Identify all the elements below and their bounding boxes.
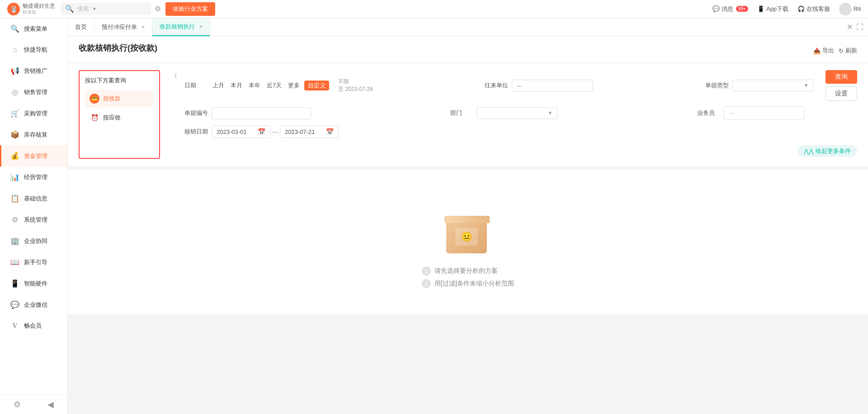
shortcut-this-month[interactable]: 本月	[229, 81, 244, 90]
tabs-right-controls: ✕ ⛶	[847, 23, 868, 31]
tab-receipt-offset[interactable]: 收款核销执行 ×	[152, 18, 210, 36]
sidebar-item-wechat[interactable]: 💬 企业微信	[0, 294, 67, 315]
counterpart-select[interactable]: ···	[512, 80, 593, 92]
verify-date-end-value: 2023-07-21	[285, 128, 315, 135]
page-title: 收款核销执行(按收款)	[79, 43, 157, 53]
refresh-button[interactable]: ↻ 刷新	[839, 47, 857, 55]
smart-hw-icon: 📱	[10, 279, 19, 288]
topbar-search[interactable]: 🔍 搜索 ▼	[61, 3, 151, 15]
receivable-filter-icon: ⏰	[90, 113, 99, 123]
operation-icon: 📊	[10, 173, 19, 181]
logo-text: 畅捷通好生意	[23, 3, 55, 9]
purchase-icon: 🛒	[10, 109, 19, 118]
expand-icon[interactable]: ⛶	[856, 23, 863, 31]
sidebar-item-marketing[interactable]: 📢 营销推广	[0, 60, 67, 81]
user-area[interactable]: Rit	[839, 3, 861, 15]
dept-arrow: ▼	[547, 110, 553, 116]
dept-select[interactable]: ▼	[476, 107, 558, 119]
empty-hint-1: 1 请先选择要分析的方案	[422, 266, 514, 276]
sidebar-item-finance[interactable]: 💰 资金管理	[0, 145, 67, 167]
counterpart-label: 往来单位	[485, 81, 508, 90]
receipt-filter-icon: 💳	[90, 94, 99, 104]
collapse-button[interactable]: 《	[171, 70, 177, 159]
doc-type-field: 单据类型 ▼	[705, 80, 814, 91]
home-tab-label: 首页	[75, 23, 87, 31]
settings-button[interactable]: 设置	[826, 86, 857, 101]
message-badge: 99+	[736, 6, 748, 12]
verify-date-start-input[interactable]: 2023-03-01 📅	[212, 125, 270, 138]
employee-select[interactable]: ···	[723, 106, 805, 120]
hint-text-1: 请先选择要分析的方案	[434, 267, 498, 275]
receipt-filter-label: 按收款	[103, 95, 121, 103]
sidebar-item-sales[interactable]: ◎ 销售管理	[0, 81, 67, 103]
calendar-end-icon: 📅	[326, 128, 334, 135]
prepay-tab-close[interactable]: ×	[142, 24, 145, 30]
doc-type-select[interactable]: ▼	[732, 80, 814, 91]
app-download-item[interactable]: 📱 App下载	[757, 5, 788, 13]
tabs-bar: 首页 预付冲应付单 × 收款核销执行 × ✕ ⛶	[68, 18, 868, 36]
verify-date-label: 核销日期	[184, 128, 208, 136]
more-conditions-button[interactable]: ⋀⋀ 收起更多条件	[797, 145, 857, 157]
verify-date-end-input[interactable]: 2023-07-21 📅	[280, 125, 339, 138]
gear-icon[interactable]: ⚙	[155, 5, 161, 13]
filter-sidebar-title: 按以下方案查询	[85, 76, 154, 85]
collapse-icon[interactable]: ◀	[47, 400, 54, 409]
settings-icon[interactable]: ⚙	[14, 400, 21, 409]
shortcut-custom[interactable]: 自定义	[304, 81, 329, 90]
sidebar-item-enterprise-coop[interactable]: 🏢 企业协同	[0, 230, 67, 252]
search-panel: 按以下方案查询 💳 按收款 ⏰ 按应收 《	[68, 63, 868, 166]
shortcut-more[interactable]: 更多	[286, 81, 302, 90]
sidebar-item-member[interactable]: V 畅会员	[0, 315, 67, 336]
sidebar-item-quick-nav[interactable]: ⌂ 快捷导航	[0, 39, 67, 60]
shortcut-this-year[interactable]: 本年	[247, 81, 262, 90]
date-unlimit-label: 不限 至 2023-07-26	[338, 78, 373, 93]
message-label: 消息	[722, 5, 733, 13]
receipt-tab-close[interactable]: ×	[199, 24, 203, 30]
empty-hint-2: 2 用[过滤]条件来缩小分析范围	[422, 279, 514, 288]
sidebar-item-guide[interactable]: 📖 新手引导	[0, 252, 67, 273]
hint-num-2: 2	[422, 279, 431, 288]
page-content: 收款核销执行(按收款) 📤 导出 ↻ 刷新 按以下方案查询	[68, 36, 868, 414]
filter-option-by-receivable[interactable]: ⏰ 按应收	[85, 109, 154, 126]
search-placeholder: 搜索	[78, 5, 89, 13]
sidebar-item-inventory[interactable]: 📦 库存核算	[0, 124, 67, 145]
close-tab-icon[interactable]: ✕	[847, 23, 853, 31]
system-icon: ⚙	[10, 215, 19, 224]
sidebar-item-basics[interactable]: 📋 基础信息	[0, 188, 67, 209]
calendar-start-icon: 📅	[258, 128, 265, 135]
prepay-tab-label: 预付冲应付单	[102, 23, 137, 31]
main-layout: 🔍 搜索菜单 ⌂ 快捷导航 📢 营销推广 ◎ 销售管理 🛒 采购管理 📦 库存核…	[0, 18, 868, 414]
online-service-label: 在线客服	[807, 5, 830, 13]
guide-icon: 📖	[10, 258, 19, 266]
tab-home[interactable]: 首页	[68, 18, 94, 36]
filter-row-2: 单据编号 部门 ▼ 业务员	[184, 106, 857, 120]
sidebar-item-system[interactable]: ⚙ 系统管理	[0, 209, 67, 230]
sidebar-item-operation[interactable]: 📊 经营管理	[0, 167, 67, 188]
export-button[interactable]: 📤 导出	[813, 47, 834, 55]
sidebar-item-purchase[interactable]: 🛒 采购管理	[0, 103, 67, 124]
filter-sidebar: 按以下方案查询 💳 按收款 ⏰ 按应收	[79, 70, 160, 159]
message-icon: 💬	[712, 5, 720, 12]
doc-no-input[interactable]	[212, 107, 311, 119]
message-item[interactable]: 💬 消息 99+	[712, 5, 748, 13]
empty-state: 😐 1 请先选择要分析的方案 2 用[过滤]	[422, 178, 514, 306]
verify-date-start-value: 2023-03-01	[217, 128, 247, 135]
sidebar-item-search-menu[interactable]: 🔍 搜索菜单	[0, 18, 67, 39]
solution-button[interactable]: 体验行业方案	[165, 2, 215, 16]
doc-no-field: 单据编号	[184, 107, 311, 119]
empty-text: 1 请先选择要分析的方案 2 用[过滤]条件来缩小分析范围	[422, 266, 514, 288]
member-icon: V	[10, 322, 19, 330]
shortcut-last-month[interactable]: 上月	[211, 81, 226, 90]
filter-option-by-receipt[interactable]: 💳 按收款	[85, 90, 154, 107]
sidebar-item-smart-hw[interactable]: 📱 智能硬件	[0, 273, 67, 294]
hint-num-1: 1	[422, 266, 431, 276]
shortcut-7days[interactable]: 近7天	[265, 81, 283, 90]
counterpart-dots: ···	[517, 82, 522, 89]
app-icon: 📱	[757, 5, 764, 12]
chevron-down-icon: ▼	[92, 6, 97, 11]
collapse-icon: 《	[171, 72, 177, 80]
query-button[interactable]: 查询	[826, 70, 857, 84]
tab-prepay-offset[interactable]: 预付冲应付单 ×	[94, 18, 152, 36]
online-service-item[interactable]: 🎧 在线客服	[797, 5, 830, 13]
marketing-icon: 📢	[10, 67, 19, 75]
